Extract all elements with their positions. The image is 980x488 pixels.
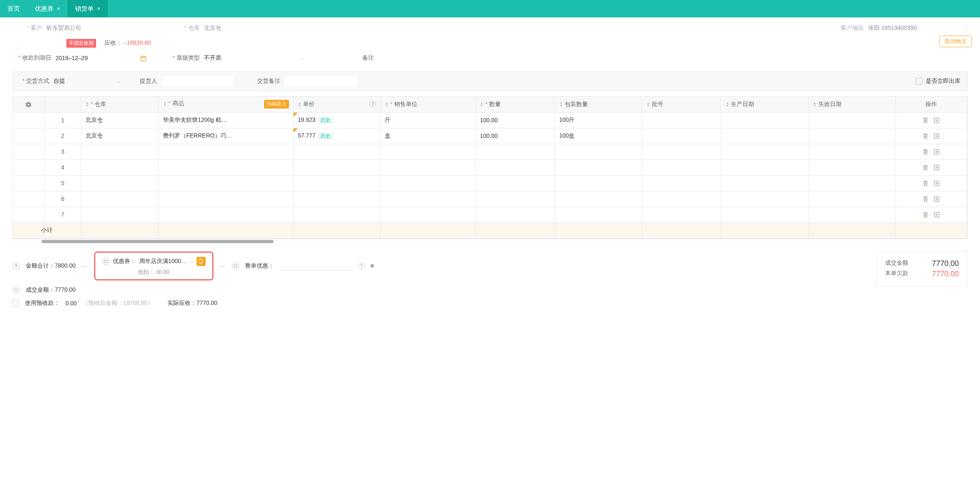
add-row-icon[interactable]	[934, 180, 940, 187]
cell-qty[interactable]	[475, 175, 555, 191]
settings-column[interactable]	[13, 97, 44, 112]
scrollbar-thumb[interactable]	[41, 240, 274, 243]
refresh-coupon-button[interactable]	[196, 257, 206, 266]
close-icon[interactable]: ×	[97, 5, 100, 12]
tab-coupon[interactable]: 优惠券 ×	[27, 0, 68, 17]
cell-warehouse[interactable]	[81, 144, 158, 159]
use-prepay-checkbox[interactable]	[12, 300, 19, 307]
col-unit[interactable]: ▲▼*销售单位	[381, 97, 475, 112]
horizontal-scrollbar[interactable]	[12, 239, 968, 244]
col-prod-date[interactable]: ▲▼生产日期	[721, 97, 808, 112]
table-row[interactable]: 7	[13, 207, 967, 222]
table-row[interactable]: 6	[13, 191, 967, 207]
cell-prod-date[interactable]	[721, 112, 808, 128]
cell-qty[interactable]	[475, 207, 555, 222]
add-row-icon[interactable]	[934, 211, 940, 218]
cell-unit[interactable]	[381, 175, 475, 191]
cell-expire-date[interactable]	[808, 144, 895, 159]
cell-batch[interactable]	[642, 112, 721, 128]
cell-prod-date[interactable]	[721, 175, 808, 191]
cell-unit[interactable]: 盒	[381, 128, 475, 144]
cell-unit[interactable]	[381, 159, 475, 175]
cell-unit[interactable]	[381, 207, 475, 222]
add-row-icon[interactable]	[934, 148, 940, 155]
cell-expire-date[interactable]	[808, 128, 895, 144]
cell-product[interactable]	[159, 207, 294, 222]
delivery-remark-input[interactable]	[284, 76, 357, 87]
table-row[interactable]: 1 北京仓 华美华夫软饼1200g 糕… 19.923历史 斤 100.00 1…	[13, 112, 967, 128]
cell-product[interactable]	[159, 175, 294, 191]
cell-pack-qty[interactable]	[555, 175, 642, 191]
delete-row-icon[interactable]	[922, 133, 929, 140]
cell-price[interactable]	[294, 207, 381, 222]
calendar-icon[interactable]	[140, 54, 147, 61]
tab-sales-order[interactable]: 销货单 ×	[68, 0, 108, 17]
table-row[interactable]: 5	[13, 175, 967, 191]
cell-qty[interactable]: 100.00	[475, 112, 555, 128]
cell-warehouse[interactable]	[81, 175, 158, 191]
cell-batch[interactable]	[642, 159, 721, 175]
cell-pack-qty[interactable]	[555, 144, 642, 159]
table-row[interactable]: 2 北京仓 费列罗（FERRERO）巧… 57.777历史 盒 100.00 1…	[13, 128, 967, 144]
cell-batch[interactable]	[642, 128, 721, 144]
cell-warehouse[interactable]	[81, 207, 158, 222]
scan-entry-badge[interactable]: 扫码录入	[264, 100, 289, 109]
immediate-out-checkbox[interactable]	[916, 78, 922, 85]
customer-addr-select[interactable]: 张阳 18513400390 ⌵	[868, 23, 968, 34]
cell-unit[interactable]	[381, 144, 475, 159]
cell-product[interactable]: 华美华夫软饼1200g 糕…	[159, 112, 294, 128]
due-date-input[interactable]: 2019–12–29	[56, 53, 147, 63]
cell-warehouse[interactable]	[81, 159, 158, 175]
col-qty[interactable]: ▲▼*数量	[475, 97, 555, 112]
cell-expire-date[interactable]	[808, 175, 895, 191]
tab-home[interactable]: 首页	[0, 0, 27, 17]
add-row-icon[interactable]	[934, 133, 940, 140]
help-icon[interactable]: ?	[358, 263, 365, 269]
cell-batch[interactable]	[642, 207, 721, 222]
cell-batch[interactable]	[642, 191, 721, 207]
coupon-select[interactable]: 周年店庆满1000…	[139, 258, 187, 265]
remark-input[interactable]	[378, 53, 478, 63]
cell-product[interactable]	[159, 191, 294, 207]
cancel-logistics-button[interactable]: 取消物流	[939, 36, 972, 47]
add-row-icon[interactable]	[934, 164, 940, 171]
cell-prod-date[interactable]	[721, 144, 808, 159]
cell-expire-date[interactable]	[808, 191, 895, 207]
cell-warehouse[interactable]: 北京仓	[81, 128, 158, 144]
cell-qty[interactable]	[475, 159, 555, 175]
table-row[interactable]: 4	[13, 159, 967, 175]
cell-prod-date[interactable]	[721, 128, 808, 144]
col-price[interactable]: ▲▼单价?	[294, 97, 381, 112]
cell-price[interactable]: 57.777历史	[294, 128, 381, 144]
cell-product[interactable]: 费列罗（FERRERO）巧…	[159, 128, 294, 144]
warehouse-select[interactable]: 北京仓	[204, 23, 303, 34]
cell-pack-qty[interactable]: 100斤	[555, 112, 642, 128]
customer-select[interactable]: 昕东贸易公司	[46, 23, 146, 34]
delete-row-icon[interactable]	[922, 196, 929, 203]
history-badge[interactable]: 历史	[318, 117, 333, 123]
cell-price[interactable]	[294, 191, 381, 207]
cell-expire-date[interactable]	[808, 207, 895, 222]
picker-input[interactable]	[161, 76, 234, 87]
cell-warehouse[interactable]: 北京仓	[81, 112, 158, 128]
col-batch[interactable]: ▲▼批号	[642, 97, 721, 112]
delivery-method-select[interactable]: 自提 ⌵	[53, 76, 120, 87]
cell-qty[interactable]	[475, 191, 555, 207]
cell-unit[interactable]: 斤	[381, 112, 475, 128]
cell-batch[interactable]	[642, 144, 721, 159]
cell-price[interactable]	[294, 175, 381, 191]
col-product[interactable]: ▲▼*商品扫码录入	[159, 97, 294, 112]
table-row[interactable]: 3	[13, 144, 967, 159]
invoice-type-select[interactable]: 不开票 ⌵	[204, 53, 303, 63]
delete-row-icon[interactable]	[922, 164, 929, 171]
col-expire-date[interactable]: ▲▼失效日期	[808, 97, 895, 112]
cell-pack-qty[interactable]: 100盒	[555, 128, 642, 144]
cell-product[interactable]	[159, 159, 294, 175]
cell-price[interactable]: 19.923历史	[294, 112, 381, 128]
cell-unit[interactable]	[381, 191, 475, 207]
order-discount-input[interactable]	[280, 261, 352, 271]
close-icon[interactable]: ×	[57, 5, 60, 12]
delete-row-icon[interactable]	[922, 148, 929, 155]
cell-price[interactable]	[294, 159, 381, 175]
delete-row-icon[interactable]	[922, 117, 929, 124]
